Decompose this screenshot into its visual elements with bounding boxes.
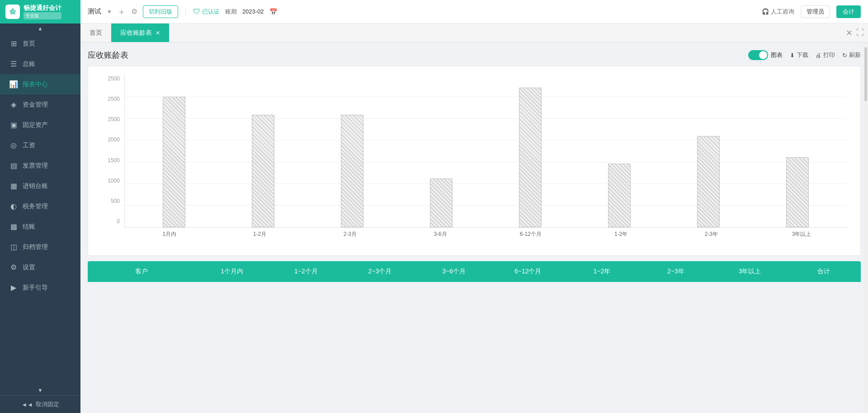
refresh-icon: ↻	[842, 52, 847, 59]
topbar: 测试 ▼ ＋ ⚙ 切到旧版 🛡 已认证 账期 2023-02 📅 🎧 人工咨询 …	[80, 0, 868, 23]
accountant-button[interactable]: 会计	[836, 5, 861, 18]
sidebar-item-funds[interactable]: ◈ 资金管理	[0, 94, 80, 115]
settle-icon: ▩	[9, 222, 18, 231]
tab-ar-aging[interactable]: 应收账龄表 ✕	[111, 23, 169, 42]
sidebar-item-label: 结账	[23, 223, 35, 231]
divider	[185, 7, 186, 16]
th-1-2month: 1~2个月	[269, 261, 343, 282]
x-label-5: 1-2年	[576, 228, 666, 238]
archive-icon: ◫	[9, 243, 18, 251]
th-3-6month: 3~6个月	[417, 261, 491, 282]
bar-4	[519, 88, 542, 227]
calendar-icon[interactable]: 📅	[269, 8, 277, 15]
bar-6	[697, 136, 720, 227]
chart-toggle-label: 图表	[771, 51, 783, 59]
add-icon[interactable]: ＋	[118, 6, 126, 17]
sidebar-item-ledger[interactable]: ☰ 总账	[0, 54, 80, 74]
bar-group-2	[307, 75, 396, 227]
sidebar-item-label: 报表中心	[23, 80, 48, 89]
chart-toggle[interactable]	[748, 50, 768, 60]
table-header: 客户 1个月内 1~2个月 2~3个月 3~6个月 6~12个月 1~2年 2~…	[88, 261, 861, 282]
th-3plus-year: 3年以上	[713, 261, 787, 282]
bar-group-3	[396, 75, 486, 227]
sidebar-item-settle[interactable]: ▩ 结账	[0, 216, 80, 237]
tab-home[interactable]: 首页	[80, 23, 111, 42]
sidebar-item-assets[interactable]: ▣ 固定资产	[0, 115, 80, 135]
sidebar-item-guide[interactable]: ▶ 新手引导	[0, 277, 80, 298]
topbar-title: 测试	[88, 7, 101, 16]
sidebar-item-tax[interactable]: ◐ 税务管理	[0, 196, 80, 216]
sidebar-item-settings[interactable]: ⚙ 设置	[0, 257, 80, 277]
sidebar-item-label: 设置	[23, 263, 35, 272]
scroll-up-arrow[interactable]: ▲	[0, 23, 80, 33]
page-content: 应收账龄表 图表 ⬇ 下载 🖨 打印 ↻ 刷新	[80, 42, 868, 413]
refresh-button[interactable]: ↻ 刷新	[842, 51, 861, 59]
manager-button[interactable]: 管理员	[801, 5, 830, 18]
consult-label: 人工咨询	[771, 8, 794, 16]
settings-icon: ⚙	[9, 263, 18, 272]
bar-group-6	[664, 75, 753, 227]
sidebar-item-label: 发票管理	[23, 162, 48, 170]
bar-7	[786, 157, 809, 227]
x-label-1: 1-2月	[215, 228, 305, 238]
page-title: 应收账龄表	[88, 50, 128, 61]
y-label-4: 2000	[108, 136, 120, 143]
trade-icon: ▦	[9, 182, 18, 190]
download-button[interactable]: ⬇ 下载	[790, 51, 808, 59]
sidebar-item-invoice[interactable]: ▤ 发票管理	[0, 155, 80, 176]
x-label-3: 3-6月	[395, 228, 486, 238]
cancel-fixed-btn[interactable]: ◄◄ 取消固定	[0, 395, 80, 413]
dropdown-arrow-icon[interactable]: ▼	[107, 9, 112, 15]
sidebar-item-trade[interactable]: ▦ 进销台账	[0, 176, 80, 196]
sidebar-item-archive[interactable]: ◫ 归档管理	[0, 237, 80, 257]
sidebar-item-reports[interactable]: 📊 报表中心	[0, 74, 80, 94]
old-version-button[interactable]: 切到旧版	[143, 5, 178, 18]
reports-icon: 📊	[9, 80, 18, 89]
bar-group-5	[575, 75, 664, 227]
th-1month: 1个月内	[195, 261, 269, 282]
x-label-0: 1月内	[124, 228, 215, 238]
x-label-7: 3年以上	[756, 228, 847, 238]
sidebar-nav: ⊞ 首页 ☰ 总账 📊 报表中心 ◈ 资金管理 ▣ 固定资产 ◎ 工资 ▤ 发票…	[0, 33, 80, 385]
assets-icon: ▣	[9, 121, 18, 129]
sidebar-item-home[interactable]: ⊞ 首页	[0, 33, 80, 54]
th-6-12month: 6~12个月	[491, 261, 565, 282]
invoice-icon: ▤	[9, 161, 18, 170]
right-scrollbar[interactable]	[863, 42, 868, 413]
chart-main: 1月内 1-2月 2-3月 3-6月 6-12个月 1-2年 2-3年 3年以上	[124, 75, 847, 238]
close-panel-icon[interactable]: ✕	[846, 28, 853, 38]
page-actions: 图表 ⬇ 下载 🖨 打印 ↻ 刷新	[748, 50, 861, 60]
download-icon: ⬇	[790, 52, 795, 59]
chart-y-axis: 2500 2500 2500 2000 1500 1000 500 0	[102, 75, 124, 238]
sidebar-item-label: 税务管理	[23, 202, 48, 211]
scroll-down-arrow[interactable]: ▼	[0, 385, 80, 395]
tabs-right-actions: ✕ ⛶	[846, 28, 868, 38]
sidebar-item-label: 进销台账	[23, 182, 48, 190]
x-label-2: 2-3月	[305, 228, 396, 238]
y-label-0: 0	[117, 218, 120, 225]
tax-icon: ◐	[9, 202, 18, 211]
x-label-6: 2-3年	[666, 228, 757, 238]
print-icon: 🖨	[816, 52, 821, 59]
headset-icon: 🎧	[762, 8, 769, 15]
chart-bars-wrap	[124, 75, 847, 228]
verified-badge: 🛡 已认证	[193, 8, 220, 16]
home-icon: ⊞	[9, 39, 18, 48]
tab-close-icon[interactable]: ✕	[156, 30, 160, 36]
chart-inner: 2500 2500 2500 2000 1500 1000 500 0	[102, 75, 847, 238]
tabs-bar: 首页 应收账龄表 ✕ ✕ ⛶	[80, 23, 868, 42]
gear-icon[interactable]: ⚙	[131, 7, 137, 16]
consult-button[interactable]: 🎧 人工咨询	[762, 8, 794, 16]
bar-3	[430, 178, 453, 227]
sidebar-item-label: 工资	[23, 141, 35, 150]
sidebar-item-label: 归档管理	[23, 243, 48, 251]
chart-toggle-wrap: 图表	[748, 50, 783, 60]
toggle-dot	[759, 51, 767, 59]
expand-icon[interactable]: ⛶	[856, 28, 864, 38]
x-label-4: 6-12个月	[486, 228, 576, 238]
chart-x-labels: 1月内 1-2月 2-3月 3-6月 6-12个月 1-2年 2-3年 3年以上	[124, 228, 847, 238]
ledger-icon: ☰	[9, 60, 18, 68]
sidebar-item-wages[interactable]: ◎ 工资	[0, 135, 80, 155]
guide-icon: ▶	[9, 283, 18, 292]
print-button[interactable]: 🖨 打印	[816, 51, 835, 59]
